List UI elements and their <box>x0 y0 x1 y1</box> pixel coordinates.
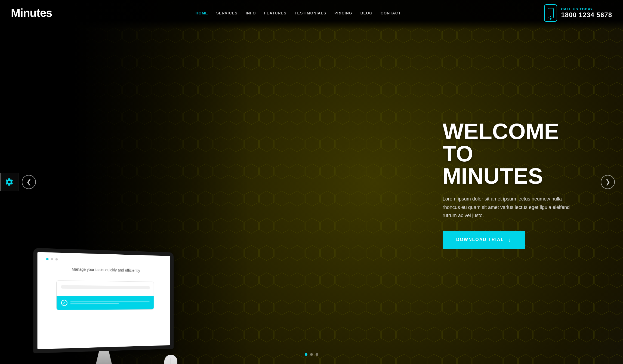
hero-description: Lorem ipsum dolor sit amet ipsum lectus … <box>443 195 573 220</box>
screen-card-inner <box>57 281 153 296</box>
phone-icon <box>548 8 554 18</box>
download-trial-button[interactable]: DOWNLOAD TRIAL ↓ <box>443 231 525 249</box>
navbar: Minutes HOME SERVICES INFO FEATURES TEST… <box>0 0 623 26</box>
phone-number: 1800 1234 5678 <box>561 11 612 19</box>
carousel-next-button[interactable]: ❯ <box>601 175 615 189</box>
monitor-screen: Manage your tasks quickly and efficientl… <box>37 252 170 349</box>
svg-point-2 <box>550 16 551 17</box>
nav-blog[interactable]: BLOG <box>360 11 372 15</box>
carousel-indicators <box>305 353 318 356</box>
indicator-1[interactable] <box>305 353 307 356</box>
phone-text: CALL US TODAY 1800 1234 5678 <box>561 7 612 19</box>
nav-links: HOME SERVICES INFO FEATURES TESTIMONIALS… <box>196 11 401 15</box>
nav-pricing[interactable]: PRICING <box>334 11 352 15</box>
svg-rect-1 <box>550 9 552 9</box>
hero-title: WELCOME TO MINUTES <box>443 120 573 187</box>
download-arrow-icon: ↓ <box>508 237 511 243</box>
hero-title-line1: WELCOME TO <box>443 119 559 166</box>
indicator-3[interactable] <box>316 353 318 356</box>
screen-lines <box>70 301 149 304</box>
monitor: Manage your tasks quickly and efficientl… <box>25 250 183 364</box>
dot-inactive-1 <box>51 258 53 261</box>
gear-button[interactable] <box>0 173 18 191</box>
phone-icon-container <box>544 4 557 22</box>
carousel-prev-button[interactable]: ❮ <box>22 175 36 189</box>
screen-card: ✓ <box>56 280 154 310</box>
phone-section: CALL US TODAY 1800 1234 5678 <box>544 4 612 22</box>
screen-cta-bar: ✓ <box>57 296 153 310</box>
screen-dots <box>46 258 165 263</box>
nav-features[interactable]: FEATURES <box>264 11 286 15</box>
monitor-body: Manage your tasks quickly and efficientl… <box>33 248 174 353</box>
hero-content: WELCOME TO MINUTES Lorem ipsum dolor sit… <box>443 120 573 249</box>
hero-section: Minutes HOME SERVICES INFO FEATURES TEST… <box>0 0 623 364</box>
dot-active <box>46 258 48 260</box>
next-arrow-icon: ❯ <box>605 179 610 185</box>
nav-services[interactable]: SERVICES <box>216 11 238 15</box>
hero-title-line2: MINUTES <box>443 164 543 188</box>
nav-testimonials[interactable]: TESTIMONIALS <box>295 11 326 15</box>
gear-icon <box>5 177 14 187</box>
screen-line-1 <box>70 301 149 302</box>
nav-contact[interactable]: CONTACT <box>381 11 401 15</box>
mouse <box>164 355 177 364</box>
nav-home[interactable]: HOME <box>196 11 208 15</box>
screen-input-mock <box>61 285 150 289</box>
monitor-container: Manage your tasks quickly and efficientl… <box>25 250 183 364</box>
nav-info[interactable]: INFO <box>246 11 256 15</box>
indicator-2[interactable] <box>310 353 313 356</box>
screen-line-2 <box>70 303 119 304</box>
call-us-label: CALL US TODAY <box>561 7 612 11</box>
brand-logo[interactable]: Minutes <box>11 7 52 20</box>
dot-inactive-2 <box>55 258 57 260</box>
screen-text: Manage your tasks quickly and efficientl… <box>43 266 165 274</box>
download-label: DOWNLOAD TRIAL <box>456 237 504 242</box>
prev-arrow-icon: ❮ <box>26 179 31 185</box>
monitor-stand <box>96 351 112 364</box>
screen-check-icon: ✓ <box>61 300 67 306</box>
